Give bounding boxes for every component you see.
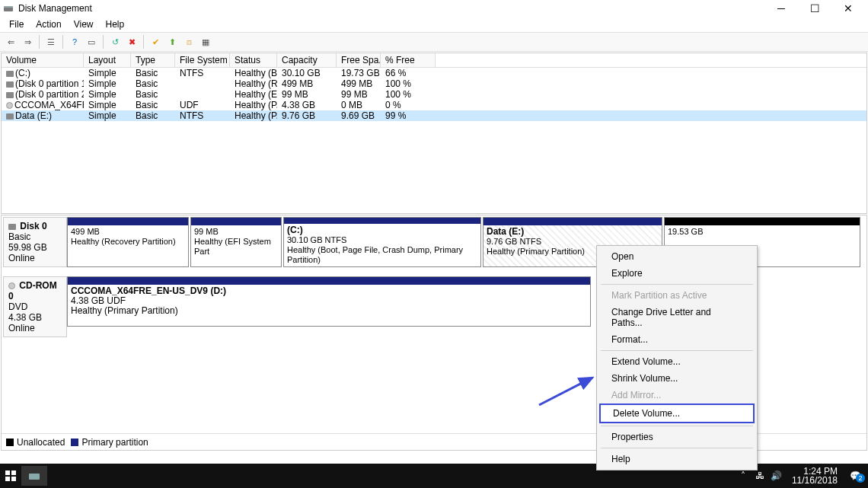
column-pctfree[interactable]: % Free [381,53,436,67]
menu-item-add-mirror: Add Mirror... [599,387,755,403]
taskbar-app-disk-management[interactable] [21,466,47,486]
partition-status: Healthy (Primary Partition) [71,305,178,316]
menu-item-mark-active: Mark Partition as Active [599,287,755,304]
help-icon[interactable]: ? [67,34,82,49]
partition-title: CCCOMA_X64FRE_EN-US_DV9 (D:) [71,285,226,296]
new-icon[interactable]: ✔ [148,34,163,49]
list-icon[interactable]: ▦ [198,34,213,49]
disk-name: Disk 0 [20,221,46,231]
cdrom-type: DVD [8,301,27,312]
maximize-button[interactable]: ☐ [798,0,831,17]
partition[interactable]: 99 MBHealthy (EFI System Part [190,217,282,267]
svg-rect-1 [4,6,13,8]
partition-size: 4.38 GB UDF [71,295,126,306]
annotation-arrow [533,373,602,411]
properties-icon[interactable]: ▭ [84,34,99,49]
minimize-button[interactable]: ─ [764,0,798,17]
menu-item-open[interactable]: Open [599,248,755,265]
column-type[interactable]: Type [131,53,175,67]
cdrom-label[interactable]: CD-ROM 0 DVD 4.38 GB Online [3,276,67,337]
legend-primary: Primary partition [71,437,148,448]
cdrom-name: CD-ROM 0 [8,280,57,301]
folder-icon[interactable]: ⧈ [181,34,196,49]
column-headers: Volume Layout Type File System Status Ca… [2,53,866,68]
table-row[interactable]: Data (E:)SimpleBasicNTFSHealthy (P...9.7… [2,110,866,121]
clock-date: 11/16/2018 [792,476,838,485]
disk-0-label[interactable]: Disk 0 Basic 59.98 GB Online [3,217,67,267]
menu-item-delete-volume[interactable]: Delete Volume... [599,403,755,423]
disk-icon [8,224,16,230]
column-free[interactable]: Free Spa... [337,53,381,67]
menu-action[interactable]: Action [30,18,67,31]
menu-view[interactable]: View [68,18,100,31]
legend-unallocated: Unallocated [6,437,65,448]
volume-list[interactable]: Volume Layout Type File System Status Ca… [1,53,867,214]
svg-line-2 [539,378,592,405]
menu-item-shrink[interactable]: Shrink Volume... [599,370,755,387]
tray-up-icon[interactable]: ˄ [737,470,749,481]
tray-volume-icon[interactable]: 🔊 [771,470,783,481]
system-clock[interactable]: 1:24 PM 11/16/2018 [787,467,842,485]
menu-item-explore[interactable]: Explore [599,265,755,282]
up-icon[interactable]: ⬆ [164,34,180,49]
back-button[interactable]: ⇐ [3,34,18,49]
svg-rect-3 [29,474,40,480]
menu-item-help[interactable]: Help [599,451,755,467]
menu-file[interactable]: File [3,18,30,31]
action-center-button[interactable]: 💬2 [847,470,863,481]
notification-count: 2 [856,474,865,483]
column-layout[interactable]: Layout [84,53,131,67]
delete-icon[interactable]: ✖ [124,34,139,49]
disc-icon [8,282,15,289]
table-row[interactable]: CCCOMA_X64FRE...SimpleBasicUDFHealthy (P… [2,100,866,110]
titlebar: Disk Management ─ ☐ ✕ [0,0,868,17]
forward-button[interactable]: ⇒ [20,34,35,49]
disk-state: Online [8,253,35,263]
start-button[interactable] [5,470,17,482]
cdrom-size: 4.38 GB [8,312,42,323]
menu-item-format[interactable]: Format... [599,331,755,348]
close-button[interactable]: ✕ [831,0,865,17]
refresh-icon[interactable]: ↺ [107,34,123,49]
toolbar: ⇐ ⇒ ☰ ? ▭ ↺ ✖ ✔ ⬆ ⧈ ▦ [0,32,868,52]
menu-help[interactable]: Help [100,18,131,31]
disk-type: Basic [8,231,30,242]
tray-network-icon[interactable]: 🖧 [754,470,766,481]
cdrom-state: Online [8,323,35,333]
column-volume[interactable]: Volume [2,53,84,67]
disk-management-icon [3,3,14,14]
context-menu: Open Explore Mark Partition as Active Ch… [596,245,758,470]
table-row[interactable]: (Disk 0 partition 2)SimpleBasicHealthy (… [2,89,866,100]
table-row[interactable]: (Disk 0 partition 1)SimpleBasicHealthy (… [2,78,866,89]
partition[interactable]: (C:)30.10 GB NTFSHealthy (Boot, Page Fil… [283,217,481,267]
disk-size: 59.98 GB [8,242,47,253]
menu-item-change-letter[interactable]: Change Drive Letter and Paths... [599,304,755,331]
show-hide-tree-button[interactable]: ☰ [43,34,59,49]
cdrom-partition[interactable]: CCCOMA_X64FRE_EN-US_DV9 (D:) 4.38 GB UDF… [67,276,591,327]
table-row[interactable]: (C:)SimpleBasicNTFSHealthy (B...30.10 GB… [2,68,866,78]
menubar: File Action View Help [0,17,868,32]
partition[interactable]: 499 MBHealthy (Recovery Partition) [67,217,189,267]
menu-item-properties[interactable]: Properties [599,429,755,445]
column-capacity[interactable]: Capacity [277,53,337,67]
window-title: Disk Management [18,3,764,14]
column-status[interactable]: Status [230,53,277,67]
menu-item-extend[interactable]: Extend Volume... [599,353,755,370]
column-filesystem[interactable]: File System [175,53,230,67]
